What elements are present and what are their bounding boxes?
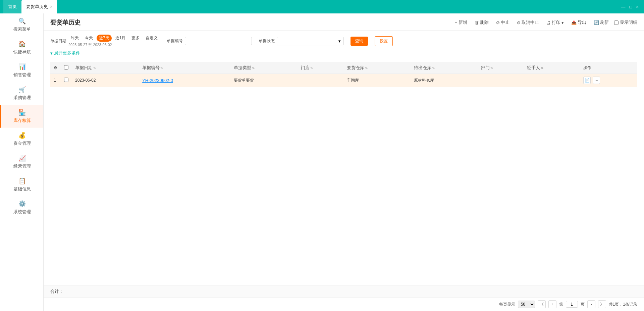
close-window-icon[interactable]: × xyxy=(636,4,639,9)
print-button[interactable]: 🖨 打印 ▾ xyxy=(544,18,566,27)
cancel-stop-button[interactable]: ⊘ 取消中止 xyxy=(515,18,541,27)
doc-no-input[interactable] xyxy=(185,37,252,45)
print-dropdown-icon: ▾ xyxy=(561,20,564,25)
date-filter-options: 昨天 今天 近7天 近1月 更多 自定义 2023-05-27 至 2023-0… xyxy=(68,35,160,47)
sort-req-wh-icon: ⇅ xyxy=(365,66,368,70)
page-label: 第 xyxy=(559,302,563,307)
date-btn-more[interactable]: 更多 xyxy=(129,35,142,42)
th-req-warehouse[interactable]: 要货仓库 ⇅ xyxy=(343,62,411,74)
finance-icon: 💰 xyxy=(18,132,26,139)
th-dept[interactable]: 部门 ⇅ xyxy=(478,62,524,74)
date-btn-custom[interactable]: 自定义 xyxy=(143,35,160,42)
refresh-button[interactable]: 🔄 刷新 xyxy=(592,18,611,27)
query-button[interactable]: 查询 xyxy=(351,37,368,46)
date-btn-1month[interactable]: 近1月 xyxy=(113,35,128,42)
doc-no-filter-group: 单据编号 xyxy=(167,37,252,45)
tab-close-icon[interactable]: × xyxy=(50,4,52,9)
minimize-icon[interactable]: — xyxy=(621,4,626,9)
pagination-bar: 每页显示 50 100 200 《 ‹ 第 页 › 》 共1页，1条记录 xyxy=(44,297,644,311)
data-table: ⚙ 单据日期 ⇅ 单据编号 xyxy=(50,62,637,87)
cell-store xyxy=(298,74,343,87)
last-page-button[interactable]: 》 xyxy=(598,300,606,308)
per-page-select[interactable]: 50 100 200 xyxy=(518,301,535,308)
filter-area: 单据日期 昨天 今天 近7天 近1月 更多 自定义 2023-05-27 至 2… xyxy=(44,31,644,59)
print-icon: 🖨 xyxy=(546,20,551,25)
sidebar-item-search-menu[interactable]: 🔍 搜索菜单 xyxy=(0,13,43,36)
th-pending-warehouse[interactable]: 待出仓库 ⇅ xyxy=(411,62,478,74)
status-select-arrow: ▾ xyxy=(338,39,341,44)
cell-doc-no: YH-20230602-0 xyxy=(139,74,230,87)
sidebar-item-basic-info[interactable]: 📋 基础信息 xyxy=(0,173,43,196)
date-range-display: 2023-05-27 至 2023-06-02 xyxy=(68,42,160,47)
total-info: 共1页，1条记录 xyxy=(609,302,637,307)
row-checkbox[interactable] xyxy=(64,78,68,82)
settings-button[interactable]: 设置 xyxy=(375,36,393,46)
toolbar: + 新增 🗑 删除 ⊘ 中止 ⊘ 取消中止 🖨 打印 ▾ xyxy=(453,18,637,27)
table-footer: 合计： xyxy=(44,285,644,297)
date-btn-today[interactable]: 今天 xyxy=(83,35,95,42)
sidebar-item-operations[interactable]: 📈 经营管理 xyxy=(0,150,43,173)
date-btn-7days[interactable]: 近7天 xyxy=(97,35,112,42)
row-actions: 📄 ⋯ xyxy=(583,77,634,84)
sidebar-item-inventory[interactable]: 🏪 库存核算 xyxy=(0,105,43,128)
expand-icon: ▾ xyxy=(50,51,53,56)
delete-button[interactable]: 🗑 删除 xyxy=(473,18,491,27)
page-input[interactable] xyxy=(566,301,578,308)
per-page-label: 每页显示 xyxy=(499,302,515,307)
table-row[interactable]: 1 2023-06-02 YH-20230602-0 要货单要货 车间库 原材料… xyxy=(50,74,637,87)
sort-doc-type-icon: ⇅ xyxy=(252,66,255,70)
th-doc-no[interactable]: 单据编号 ⇅ xyxy=(139,62,230,74)
inventory-icon: 🏪 xyxy=(18,109,26,116)
basic-info-icon: 📋 xyxy=(18,177,26,185)
sidebar-item-system[interactable]: ⚙️ 系统管理 xyxy=(0,196,43,219)
cell-checkbox xyxy=(61,74,72,87)
delete-icon: 🗑 xyxy=(475,20,479,25)
sort-doc-no-icon: ⇅ xyxy=(160,66,163,70)
cancel-stop-icon: ⊘ xyxy=(517,20,521,25)
display-detail-checkbox[interactable] xyxy=(614,20,619,25)
table-header: ⚙ 单据日期 ⇅ 单据编号 xyxy=(50,62,637,74)
sidebar-item-quick-nav[interactable]: 🏠 快捷导航 xyxy=(0,36,43,59)
first-page-button[interactable]: 《 xyxy=(538,300,546,308)
sidebar-item-sales[interactable]: 📊 销售管理 xyxy=(0,59,43,82)
th-doc-type[interactable]: 单据类型 ⇅ xyxy=(230,62,298,74)
sidebar-item-finance[interactable]: 💰 资金管理 xyxy=(0,128,43,150)
row-view-button[interactable]: 📄 xyxy=(583,77,591,84)
cell-index: 1 xyxy=(50,74,61,87)
th-handler[interactable]: 经手人 ⇅ xyxy=(524,62,580,74)
sort-dept-icon: ⇅ xyxy=(490,66,493,70)
table-area: ⚙ 单据日期 ⇅ 单据编号 xyxy=(44,59,644,285)
export-button[interactable]: 📤 导出 xyxy=(569,18,588,27)
stop-button[interactable]: ⊘ 中止 xyxy=(494,18,512,27)
sidebar: 🔍 搜索菜单 🏠 快捷导航 📊 销售管理 🛒 采购管理 🏪 库存核算 💰 资金管… xyxy=(0,13,44,311)
page-suffix: 页 xyxy=(581,302,585,307)
th-doc-date[interactable]: 单据日期 ⇅ xyxy=(72,62,139,74)
th-settings[interactable]: ⚙ xyxy=(50,62,61,74)
window-controls: — □ × xyxy=(621,4,644,9)
new-button[interactable]: + 新增 xyxy=(453,18,469,27)
date-filter-label: 单据日期 xyxy=(50,38,66,44)
next-page-button[interactable]: › xyxy=(587,300,595,308)
maximize-icon[interactable]: □ xyxy=(630,4,632,9)
main-layout: 🔍 搜索菜单 🏠 快捷导航 📊 销售管理 🛒 采购管理 🏪 库存核算 💰 资金管… xyxy=(0,13,644,311)
expand-filter-button[interactable]: ▾ 展开更多条件 xyxy=(50,50,637,56)
cell-req-warehouse: 车间库 xyxy=(343,74,411,87)
status-select[interactable]: ▾ xyxy=(277,37,344,45)
stop-icon: ⊘ xyxy=(496,20,500,25)
prev-page-button[interactable]: ‹ xyxy=(548,300,556,308)
tab-active[interactable]: 要货单历史 × xyxy=(21,0,57,13)
page-header: 要货单历史 + 新增 🗑 删除 ⊘ 中止 ⊘ 取消中止 🖨 xyxy=(44,13,644,31)
sort-doc-date-icon: ⇅ xyxy=(93,66,96,70)
date-btn-yesterday[interactable]: 昨天 xyxy=(68,35,81,42)
tab-home[interactable]: 首页 xyxy=(3,0,21,13)
display-detail-toggle[interactable]: 显示明细 xyxy=(614,19,637,26)
cell-doc-type: 要货单要货 xyxy=(230,74,298,87)
table-body: 1 2023-06-02 YH-20230602-0 要货单要货 车间库 原材料… xyxy=(50,74,637,87)
sidebar-item-purchase[interactable]: 🛒 采购管理 xyxy=(0,82,43,105)
date-filter-group: 单据日期 昨天 今天 近7天 近1月 更多 自定义 2023-05-27 至 2… xyxy=(50,35,160,47)
th-store[interactable]: 门店 ⇅ xyxy=(298,62,343,74)
row-more-button[interactable]: ⋯ xyxy=(593,77,600,84)
cell-actions: 📄 ⋯ xyxy=(580,74,637,87)
doc-no-link[interactable]: YH-20230602-0 xyxy=(142,78,173,83)
select-all-checkbox[interactable] xyxy=(64,65,68,70)
